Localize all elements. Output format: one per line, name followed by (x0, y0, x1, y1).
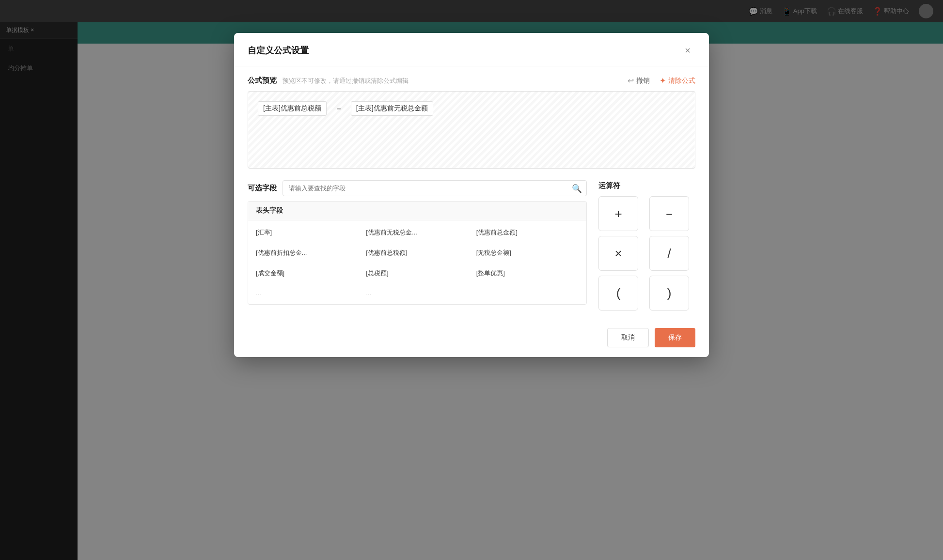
fields-table-group-header: 表头字段 (248, 202, 586, 220)
field-item-zhengdan-youhui[interactable]: [整单优惠] (472, 263, 582, 283)
field-item-wushui-zongjine[interactable]: [无税总金额] (472, 243, 582, 263)
fields-grid: [汇率] [优惠前无税总金... [优惠前总金额] [优惠前折扣总金... (248, 220, 586, 304)
undo-button[interactable]: ↩ 撤销 (628, 76, 650, 85)
right-paren-icon: ) (667, 286, 672, 301)
field-item-more-1[interactable]: ... (252, 283, 362, 302)
op-plus-button[interactable]: + (598, 196, 638, 231)
field-item-zongshuie[interactable]: [总税额] (362, 263, 472, 283)
field-item-youhui-zongjine[interactable]: [优惠前总金额] (472, 222, 582, 243)
field-search-input[interactable] (283, 180, 587, 196)
op-divide-button[interactable]: / (649, 236, 689, 271)
search-icon: 🔍 (572, 183, 582, 193)
formula-section: 公式预览 预览区不可修改，请通过撤销或清除公式编辑 ↩ 撤销 ✦ 清除公式 (248, 76, 695, 169)
operators-panel: 运算符 + － × / (598, 180, 695, 311)
divide-icon: / (667, 246, 671, 261)
modal-title: 自定义公式设置 (248, 45, 309, 56)
cancel-button[interactable]: 取消 (607, 328, 649, 347)
field-item-chengjiao[interactable]: [成交金额] (252, 263, 362, 283)
clear-label: 清除公式 (668, 77, 695, 85)
field-item-more-2[interactable]: ... (362, 283, 472, 302)
field-item-youhui-wushui[interactable]: [优惠前无税总金... (362, 222, 472, 243)
close-icon: × (685, 45, 691, 56)
fields-panel: 可选字段 🔍 表头字段 (248, 180, 587, 311)
op-right-paren-button[interactable]: ) (649, 276, 689, 311)
field-item-youhui-zhekou[interactable]: [优惠前折扣总金... (252, 243, 362, 263)
multiply-icon: × (614, 246, 622, 261)
search-input-wrap: 🔍 (283, 180, 587, 196)
bottom-section: 可选字段 🔍 表头字段 (248, 180, 695, 311)
minus-icon: － (663, 205, 676, 222)
formula-content: [主表]优惠前总税额 － [主表]优惠前无税总金额 (258, 101, 685, 116)
operators-panel-title: 运算符 (598, 180, 695, 190)
modal-header: 自定义公式设置 × (234, 33, 709, 66)
formula-tag-2: [主表]优惠前无税总金额 (351, 101, 433, 116)
clear-formula-button[interactable]: ✦ 清除公式 (660, 76, 695, 85)
formula-operator-minus: － (334, 103, 343, 114)
fields-scroll-area: [汇率] [优惠前无税总金... [优惠前总金额] [优惠前折扣总金... (248, 220, 586, 304)
field-item-youhui-zongshuie[interactable]: [优惠前总税额] (362, 243, 472, 263)
field-item-huilu[interactable]: [汇率] (252, 222, 362, 243)
modal-footer: 取消 保存 (234, 320, 709, 357)
undo-icon: ↩ (628, 76, 634, 85)
left-paren-icon: ( (616, 286, 621, 301)
undo-label: 撤销 (636, 77, 650, 85)
modal-close-button[interactable]: × (680, 43, 695, 58)
fields-table: 表头字段 [汇率] [优惠前无税总金... (248, 201, 587, 305)
formula-section-header: 公式预览 预览区不可修改，请通过撤销或清除公式编辑 ↩ 撤销 ✦ 清除公式 (248, 76, 695, 85)
formula-tag-1: [主表]优惠前总税额 (258, 101, 327, 116)
modal-body: 公式预览 预览区不可修改，请通过撤销或清除公式编辑 ↩ 撤销 ✦ 清除公式 (234, 66, 709, 311)
modal-dialog: 自定义公式设置 × 公式预览 预览区不可修改，请通过撤销或清除公式编辑 ↩ 撤销 (234, 33, 709, 357)
plus-icon: + (614, 206, 622, 221)
operators-grid: + － × / ( (598, 196, 695, 311)
fields-panel-header: 可选字段 🔍 (248, 180, 587, 196)
fields-panel-title: 可选字段 (248, 184, 277, 193)
formula-section-title: 公式预览 (248, 76, 277, 85)
formula-preview-box: [主表]优惠前总税额 － [主表]优惠前无税总金额 (248, 91, 695, 169)
op-multiply-button[interactable]: × (598, 236, 638, 271)
save-button[interactable]: 保存 (655, 328, 695, 347)
op-left-paren-button[interactable]: ( (598, 276, 638, 311)
op-minus-button[interactable]: － (649, 196, 689, 231)
clear-icon: ✦ (660, 76, 666, 85)
formula-section-hint: 预览区不可修改，请通过撤销或清除公式编辑 (283, 77, 409, 85)
modal-backdrop: 自定义公式设置 × 公式预览 预览区不可修改，请通过撤销或清除公式编辑 ↩ 撤销 (0, 0, 943, 560)
